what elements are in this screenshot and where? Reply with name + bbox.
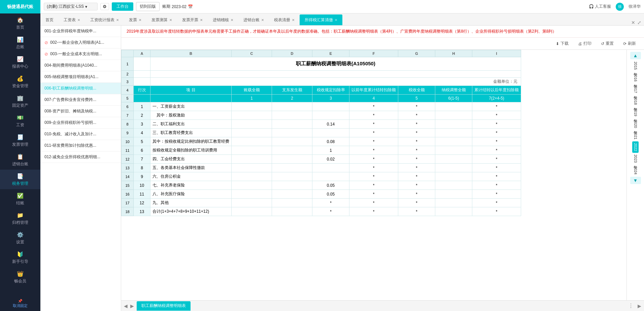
company-selector[interactable]: (勿删) 江西皎宝-LSS ▾ — [44, 3, 98, 10]
switch-old-btn[interactable]: 切到旧版 — [136, 2, 160, 11]
close-all-tabs-btn[interactable]: ✕ — [631, 20, 635, 25]
table-row: 8 3 二、职工福利支出 0.14 * * * — [122, 120, 521, 129]
sidebar-item-assets[interactable]: 🏢 固定资产 — [0, 92, 40, 111]
sidebar-item-home[interactable]: 🏠 首页 — [0, 13, 40, 33]
unpin-btn[interactable]: 📌 取消固定 — [0, 296, 40, 311]
chevron-down-icon: ▾ — [85, 4, 87, 9]
sidebar-item-invoice-mgmt[interactable]: 🧾 发票管理 — [0, 131, 40, 150]
print-btn[interactable]: 🖨 打印 — [575, 40, 594, 47]
topbar: (勿删) 江西皎宝-LSS ▾ ⚙ 工作台 切到旧版 账期 2023-02 📅 … — [40, 0, 644, 13]
table-row: 3 金额单位：元 — [122, 78, 521, 86]
year-2017[interactable]: 2017年 — [632, 83, 639, 95]
human-service-btn[interactable]: 🎧 人工客服 — [589, 4, 611, 9]
sidebar-item-ledger[interactable]: 📊 总账 — [0, 33, 40, 53]
sidebar-item-salary[interactable]: 💵 工资 — [0, 111, 40, 131]
archive-icon: 📁 — [17, 212, 24, 218]
home-icon: 🏠 — [17, 17, 24, 23]
year-2022[interactable]: 2022年 — [632, 141, 639, 153]
sheet-main[interactable]: A B C D E F G H I — [121, 50, 626, 300]
scroll-right-btn[interactable]: ▶ — [638, 303, 641, 309]
year-down-btn[interactable]: ▼ — [630, 177, 641, 184]
sidebar-item-reports[interactable]: 📈 报表中心 — [0, 53, 40, 72]
settings-icon: ⚙️ — [17, 232, 24, 238]
list-item-004[interactable]: 004-期间费用明细表(A1040... — [40, 60, 121, 71]
year-2015[interactable]: 2015年 — [632, 60, 639, 71]
table-row: 16 11 八、补充医疗保险 0.05 * * * — [122, 190, 521, 199]
closing-icon: ✅ — [17, 193, 24, 199]
tab-tax-table[interactable]: 税表清册 ✕ — [269, 14, 300, 25]
tab-invoice-issue[interactable]: 发票开票 ✕ — [177, 14, 208, 25]
sidebar-item-finance[interactable]: 💰 资金管理 — [0, 72, 40, 92]
sidebar-item-guide[interactable]: 🔰 新手引导 — [0, 248, 40, 267]
list-item-008[interactable]: 008-资产折旧、摊销及纳税... — [40, 106, 121, 117]
list-item-002[interactable]: ⊘ 002-一般企业收入明细表(A1... — [40, 37, 121, 48]
app-logo: 畅捷通易代账 — [0, 0, 40, 13]
close-income-tax-tab[interactable]: ✕ — [335, 18, 337, 22]
sidebar-item-tax[interactable]: 📑 税务管理 — [0, 170, 40, 189]
table-row: 18 13 合计(1+3+4+7+8+9+10+11+12) * * * * — [122, 207, 521, 216]
print-icon: 🖨 — [578, 41, 582, 46]
table-row: 1 职工薪酬纳税调整明细表(A105050) — [122, 57, 521, 71]
sheet-nav-right-btn[interactable]: ▶ — [130, 303, 134, 309]
table-row: 11 6 按税收规定全额扣除的职工培训费用 1 * * * — [122, 146, 521, 155]
year-2021[interactable]: 2021年 — [632, 130, 639, 141]
list-item-005[interactable]: 005-纳税调整项目明细表(A1... — [40, 71, 121, 83]
reset-btn[interactable]: ↺ 重置 — [598, 40, 616, 47]
sheet-tab-salary[interactable]: 职工薪酬纳税调整明细表 — [137, 301, 191, 311]
period-display: 账期 2023-02 📅 — [162, 4, 193, 9]
reset-icon: ↺ — [601, 41, 604, 46]
tab-home[interactable]: 首页 — [40, 14, 59, 25]
refresh-btn[interactable]: ⟳ 刷新 — [620, 40, 639, 47]
close-salary-report-tab[interactable]: ✕ — [116, 18, 119, 22]
list-item-003[interactable]: ⊘ 003-一般企业成本支出明细... — [40, 48, 121, 60]
list-item-009[interactable]: 009-企业所得税职补亏损明... — [40, 117, 121, 129]
list-item-007[interactable]: 007-广告费和业务宣传费跨... — [40, 94, 121, 106]
tab-salary-report[interactable]: 工资统计报表 ✕ — [85, 14, 124, 25]
scroll-arrow-icon: ▶ — [638, 303, 641, 309]
close-purchase-audit-tab[interactable]: ✕ — [231, 18, 233, 22]
list-item-010[interactable]: 010-免税、减计收入及加计... — [40, 129, 121, 140]
sheet-options-btn[interactable]: ⋮ — [628, 303, 634, 309]
workspace-btn[interactable]: 工作台 — [112, 2, 133, 11]
list-item-011[interactable]: 011-研发费用加计扣除优惠... — [40, 140, 121, 151]
content-area: 001-企业所得税年度纳税申... ⊘ 002-一般企业收入明细表(A1... … — [40, 26, 644, 311]
year-2023[interactable]: 2023年 — [632, 153, 639, 164]
close-invoice-issue-tab[interactable]: ✕ — [200, 18, 203, 22]
company-settings-btn[interactable]: ⚙ — [100, 3, 109, 10]
sidebar-item-archive[interactable]: 📁 归档管理 — [0, 209, 40, 228]
sidebar-item-settings[interactable]: ⚙️ 设置 — [0, 228, 40, 248]
table-row: 9 4 三、职工教育经费支出 * * * — [122, 129, 521, 137]
list-item-001[interactable]: 001-企业所得税年度纳税申... — [40, 26, 121, 37]
year-up-btn[interactable]: ▲ — [630, 52, 641, 59]
sidebar-item-member[interactable]: 👑 畅会员 — [0, 267, 40, 287]
sidebar-item-closing[interactable]: ✅ 结账 — [0, 189, 40, 209]
year-2019[interactable]: 2019年 — [632, 106, 639, 118]
tab-income-tax[interactable]: 所得税汇算清缴 ✕ — [300, 14, 342, 25]
close-invoice-calc-tab[interactable]: ✕ — [169, 18, 172, 22]
tab-purchase-ledger[interactable]: 进销台账 ✕ — [238, 14, 269, 25]
close-purchase-ledger-tab[interactable]: ✕ — [261, 18, 264, 22]
close-invoice-tab[interactable]: ✕ — [139, 18, 141, 22]
tab-invoice-calc[interactable]: 发票测算 ✕ — [146, 14, 177, 25]
year-2016[interactable]: 2016年 — [632, 72, 639, 83]
table-row: 13 8 五、各类基本社会保障性缴款 * * * — [122, 164, 521, 172]
close-salary-tab[interactable]: ✕ — [77, 18, 80, 22]
close-tax-table-tab[interactable]: ✕ — [292, 18, 295, 22]
year-2018[interactable]: 2018年 — [632, 95, 639, 106]
tab-salary[interactable]: 工资表 ✕ — [59, 14, 85, 25]
topbar-right: 🎧 人工客服 徐 徐泽华 — [589, 3, 641, 11]
tabbar: 首页 工资表 ✕ 工资统计报表 ✕ 发票 ✕ 发票测算 ✕ 发票开票 ✕ 进销稽… — [40, 13, 644, 26]
table-row: 2 — [122, 71, 521, 78]
tax-icon: 📑 — [17, 173, 24, 179]
maximize-tab-btn[interactable]: ⤢ — [637, 20, 641, 25]
list-item-012[interactable]: 012-减免企业所得税优惠明细... — [40, 151, 121, 163]
tab-purchase-audit[interactable]: 进销稽核 ✕ — [208, 14, 238, 25]
year-2020[interactable]: 2020年 — [632, 118, 639, 130]
list-item-006[interactable]: 006-职工薪酬纳税调整明细... — [40, 83, 121, 94]
unit-label: 金额单位：元 — [150, 78, 521, 86]
download-btn[interactable]: ⬇ 下载 — [553, 40, 571, 47]
tab-invoice[interactable]: 发票 ✕ — [124, 14, 146, 25]
sidebar-item-purchase-sales[interactable]: 📋 进销台账 — [0, 150, 40, 170]
year-2024[interactable]: 2024年 — [632, 165, 639, 176]
sheet-nav-left-btn[interactable]: ◀ — [124, 303, 128, 309]
